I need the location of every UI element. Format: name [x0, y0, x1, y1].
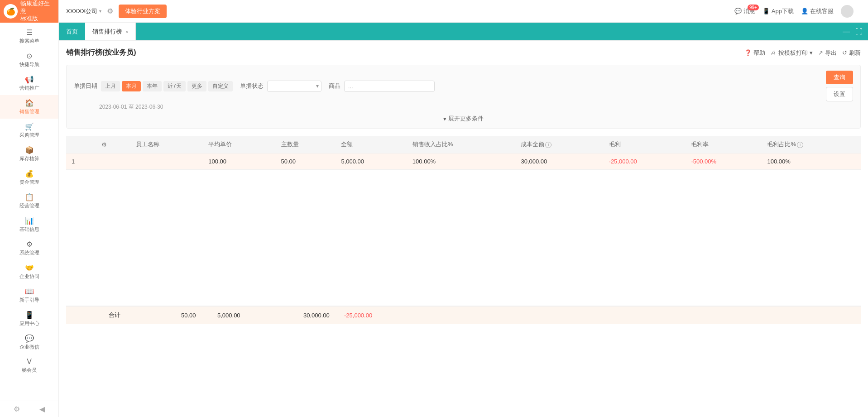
date-option-更多[interactable]: 更多	[187, 81, 206, 91]
date-option-上月[interactable]: 上月	[101, 81, 120, 91]
date-option-自定义[interactable]: 自定义	[208, 81, 233, 91]
print-label: 按模板打印	[778, 49, 808, 57]
expand-more-label: 展开更多条件	[448, 115, 484, 123]
topbar: XXXXX公司 ▾ ⚙ 体验行业方案 💬 消息 99+ 📱 App下载 👤 在线…	[59, 0, 868, 23]
tab-sales-rank[interactable]: 销售排行榜 ×	[85, 23, 136, 40]
date-option-本年[interactable]: 本年	[143, 81, 162, 91]
sidebar-collapse-icon[interactable]: ◀	[39, 405, 45, 413]
sidebar-label-member: 畅会员	[22, 367, 37, 374]
col-header-settings: ⚙	[96, 136, 130, 153]
help-button[interactable]: ❓ 帮助	[744, 49, 765, 57]
main-area: XXXXX公司 ▾ ⚙ 体验行业方案 💬 消息 99+ 📱 App下载 👤 在线…	[59, 0, 868, 417]
filter-row: 单据日期 上月本月本年近7天更多自定义 单据状态	[74, 71, 853, 101]
cell-amount: 5,000.00	[336, 153, 407, 170]
status-select[interactable]	[267, 81, 321, 92]
col-settings-icon[interactable]: ⚙	[101, 141, 107, 148]
export-button[interactable]: ↗ 导出	[818, 49, 837, 57]
table-body: 1100.0050.005,000.00100.00%30,000.00-25,…	[66, 153, 861, 170]
print-icon: 🖨	[771, 49, 777, 56]
cell-name	[130, 153, 203, 170]
sidebar-item-corp[interactable]: 🤝 企业协同	[0, 260, 58, 283]
col-header-gross: 毛利	[604, 136, 686, 153]
date-option-本月[interactable]: 本月	[122, 81, 141, 91]
expand-more-button[interactable]: ▾ 展开更多条件	[443, 115, 484, 123]
tab-home[interactable]: 首页	[59, 23, 85, 40]
sidebar-item-quicknav[interactable]: ⊙ 快捷导航	[0, 48, 58, 72]
settings-button[interactable]: 设置	[826, 87, 853, 101]
sidebar-label-quicknav: 快捷导航	[19, 61, 39, 68]
sidebar-item-base[interactable]: 📊 基础信息	[0, 213, 58, 236]
sidebar: 🍊 畅康通好生意 标准版 ☰ 搜索菜单⊙ 快捷导航📢 营销推广🏠 销售管理🛒 采…	[0, 0, 59, 417]
footer-gross: -25,000.00	[339, 312, 379, 319]
sidebar-label-search: 搜索菜单	[19, 38, 39, 44]
refresh-button[interactable]: ↺ 刷新	[842, 49, 861, 57]
sidebar-item-search[interactable]: ☰ 搜索菜单	[0, 24, 58, 48]
export-label: 导出	[825, 49, 837, 57]
sidebar-logo: 🍊 畅康通好生意 标准版	[0, 0, 58, 23]
service-icon: 👤	[801, 8, 808, 14]
sidebar-icon-inventory: 📦	[25, 146, 34, 154]
sidebar-item-inventory[interactable]: 📦 库存核算	[0, 142, 58, 166]
help-icon: ❓	[744, 49, 752, 56]
tabbar: 首页 销售排行榜 × — ⛶	[59, 23, 868, 41]
filter-area: 单据日期 上月本月本年近7天更多自定义 单据状态	[66, 65, 861, 129]
sidebar-item-system[interactable]: ⚙ 系统管理	[0, 236, 58, 260]
status-filter-label: 单据状态	[240, 82, 264, 90]
company-name: XXXXX公司	[66, 7, 97, 15]
page-title-row: 销售排行榜(按业务员) ❓ 帮助 🖨 按模板打印 ▾ ↗ 导出	[66, 48, 861, 58]
query-button[interactable]: 查询	[826, 71, 853, 84]
goods-filter-label: 商品	[329, 82, 340, 90]
app-icon: 📱	[762, 8, 770, 14]
sidebar-item-wechat[interactable]: 💬 企业微信	[0, 331, 58, 354]
sidebar-settings-icon[interactable]: ⚙	[14, 405, 20, 413]
app-label: App下载	[772, 7, 794, 15]
info-icon-cost[interactable]: i	[545, 142, 551, 148]
message-icon: 💬	[734, 8, 742, 14]
tab-close-icon[interactable]: ×	[125, 29, 128, 34]
tabbar-right: — ⛶	[843, 28, 868, 36]
sidebar-icon-corp: 🤝	[25, 264, 34, 272]
topbar-gear-icon[interactable]: ⚙	[107, 7, 113, 15]
trial-button[interactable]: 体验行业方案	[119, 5, 167, 18]
tabbar-minimize-icon[interactable]: —	[843, 28, 850, 36]
status-select-wrapper	[267, 81, 321, 92]
tabbar-fullscreen-icon[interactable]: ⛶	[855, 28, 863, 36]
sidebar-label-system: 系统管理	[19, 249, 39, 256]
date-option-近7天[interactable]: 近7天	[163, 81, 186, 91]
sidebar-icon-base: 📊	[25, 216, 34, 225]
cell-gross_pct: 100.00%	[762, 153, 861, 170]
info-icon-gross_pct[interactable]: i	[797, 142, 803, 148]
company-selector[interactable]: XXXXX公司 ▾	[66, 7, 101, 15]
logo-text: 畅康通好生意 标准版	[20, 0, 55, 23]
sidebar-item-finance[interactable]: 💰 资金管理	[0, 166, 58, 189]
print-dropdown-icon: ▾	[810, 49, 813, 56]
sidebar-item-purchase[interactable]: 🛒 采购管理	[0, 119, 58, 142]
date-filter-label: 单据日期	[74, 82, 97, 90]
goods-input[interactable]	[344, 81, 435, 92]
date-filter: 单据日期 上月本月本年近7天更多自定义	[74, 81, 233, 91]
sidebar-item-marketing[interactable]: 📢 营销推广	[0, 72, 58, 95]
date-options: 上月本月本年近7天更多自定义	[101, 81, 233, 91]
sidebar-item-guide[interactable]: 📖 新手引导	[0, 283, 58, 307]
cell-sales_pct: 100.00%	[407, 153, 516, 170]
sidebar-item-apps[interactable]: 📱 应用中心	[0, 307, 58, 331]
user-avatar[interactable]	[841, 5, 854, 18]
message-button[interactable]: 💬 消息 99+	[734, 7, 755, 15]
service-button[interactable]: 👤 在线客服	[801, 7, 834, 15]
print-button[interactable]: 🖨 按模板打印 ▾	[771, 49, 813, 57]
table-row[interactable]: 1100.0050.005,000.00100.00%30,000.00-25,…	[66, 153, 861, 170]
col-header-avg_price: 平均单价	[203, 136, 275, 153]
col-header-qty: 主数量	[276, 136, 336, 153]
company-dropdown-icon: ▾	[99, 9, 101, 14]
cell-rank: 1	[66, 153, 96, 170]
sidebar-item-member[interactable]: V 畅会员	[0, 354, 58, 377]
cell-qty: 50.00	[276, 153, 336, 170]
sidebar-icon-guide: 📖	[25, 287, 34, 296]
app-download-button[interactable]: 📱 App下载	[762, 7, 794, 15]
sidebar-item-sales[interactable]: 🏠 销售管理	[0, 95, 58, 119]
sidebar-item-ops[interactable]: 📋 经营管理	[0, 189, 58, 213]
sidebar-icon-quicknav: ⊙	[26, 52, 32, 60]
refresh-label: 刷新	[849, 49, 861, 57]
sidebar-label-finance: 资金管理	[19, 179, 39, 186]
sidebar-label-guide: 新手引导	[19, 297, 39, 303]
